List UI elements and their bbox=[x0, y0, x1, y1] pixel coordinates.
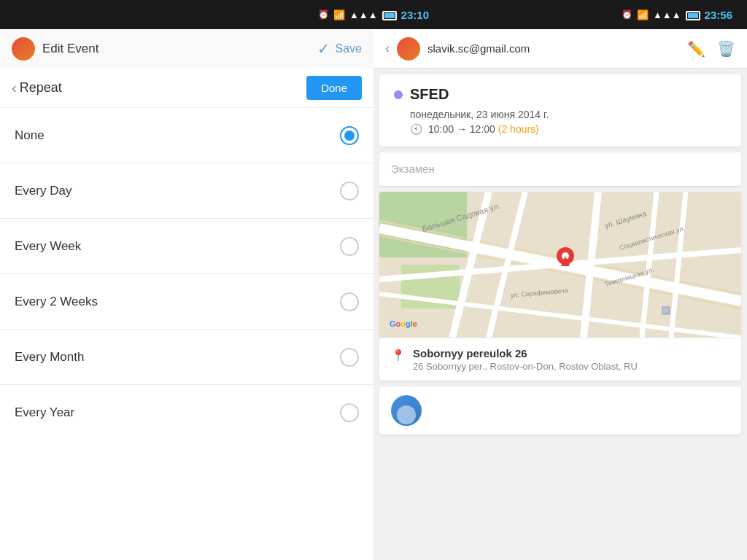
option-none-label: None bbox=[15, 128, 44, 143]
repeat-option-every-2-weeks[interactable]: Every 2 Weeks bbox=[0, 274, 374, 330]
repeat-option-every-day[interactable]: Every Day bbox=[0, 163, 374, 219]
option-every-2-weeks-label: Every 2 Weeks bbox=[15, 295, 98, 309]
edit-event-title: Edit Event bbox=[42, 42, 99, 56]
option-every-month-label: Every Month bbox=[15, 350, 84, 365]
location-pin-icon: 📍 bbox=[391, 349, 406, 362]
radio-every-2-weeks[interactable] bbox=[340, 292, 359, 311]
clock-icon-right: ⏰ bbox=[622, 9, 632, 20]
repeat-options-list: None Every Day Every Week Eve bbox=[0, 108, 374, 440]
radio-none-fill bbox=[344, 131, 355, 141]
repeat-back[interactable]: ‹ Repeat bbox=[12, 79, 62, 96]
event-time-row: 🕙 10:00 → 12:00 (2 hours) bbox=[394, 123, 729, 135]
option-every-year-label: Every Year bbox=[15, 405, 74, 420]
location-details: Sobornyy pereulok 26 26 Sobornyy per., R… bbox=[413, 347, 638, 372]
notes-text: Экзамен bbox=[391, 163, 435, 175]
event-time-end: 12:00 bbox=[470, 123, 495, 135]
event-clock-icon: 🕙 bbox=[410, 123, 422, 135]
time-right: 23:56 bbox=[705, 9, 732, 21]
repeat-option-every-month[interactable]: Every Month bbox=[0, 330, 374, 385]
battery-icon-right bbox=[686, 9, 700, 20]
arrow-icon: → bbox=[457, 123, 470, 135]
edit-event-right[interactable]: ✓ Save bbox=[317, 40, 362, 58]
radio-every-year[interactable] bbox=[340, 403, 359, 422]
radio-every-day[interactable] bbox=[340, 182, 359, 201]
right-panel: ‹ slavik.sc@gmail.com ✏️ 🗑️ SFED понедел… bbox=[374, 29, 747, 560]
repeat-title: Repeat bbox=[20, 80, 62, 96]
location-card: 📍 Sobornyy pereulok 26 26 Sobornyy per.,… bbox=[379, 338, 741, 381]
event-time: 10:00 → 12:00 (2 hours) bbox=[428, 123, 539, 135]
edit-event-left: Edit Event bbox=[12, 37, 99, 61]
pencil-icon[interactable]: ✏️ bbox=[687, 40, 705, 58]
wifi-icon-left: 📶 bbox=[333, 9, 345, 20]
right-email: slavik.sc@gmail.com bbox=[427, 42, 530, 55]
right-top-bar: ‹ slavik.sc@gmail.com ✏️ 🗑️ bbox=[374, 29, 747, 69]
back-chevron-icon: ‹ bbox=[12, 79, 17, 96]
right-back-chevron-icon[interactable]: ‹ bbox=[385, 41, 390, 56]
avatar-card bbox=[379, 386, 741, 435]
event-title-row: SFED bbox=[394, 86, 729, 103]
status-icons-left: ⏰ 📶 ▲▲▲ 23:10 bbox=[318, 9, 429, 21]
event-color-dot bbox=[394, 90, 403, 99]
battery-icon-left bbox=[382, 9, 397, 20]
done-button[interactable]: Done bbox=[306, 76, 362, 100]
repeat-option-every-year[interactable]: Every Year bbox=[0, 385, 374, 440]
checkmark-icon: ✓ bbox=[317, 40, 330, 58]
location-address: 26 Sobornyy per., Rostov-on-Don, Rostov … bbox=[413, 361, 638, 372]
event-card: SFED понедельник, 23 июня 2014 г. 🕙 10:0… bbox=[379, 74, 741, 147]
location-row: 📍 Sobornyy pereulok 26 26 Sobornyy per.,… bbox=[391, 347, 729, 372]
event-duration: (2 hours) bbox=[498, 123, 539, 135]
status-bar-center-left: ⏰ 📶 ▲▲▲ 23:10 bbox=[318, 9, 429, 21]
time-left: 23:10 bbox=[401, 9, 429, 21]
option-every-day-label: Every Day bbox=[15, 184, 71, 198]
left-panel: Edit Event ✓ Save ‹ Repeat Done None bbox=[0, 29, 374, 560]
event-time-start: 10:00 bbox=[428, 123, 454, 135]
save-label[interactable]: Save bbox=[336, 42, 362, 55]
edit-event-bar: Edit Event ✓ Save bbox=[0, 29, 374, 69]
avatar bbox=[12, 37, 35, 61]
svg-text:Google: Google bbox=[390, 319, 417, 328]
radio-every-month[interactable] bbox=[340, 348, 359, 367]
attendee-avatar bbox=[391, 395, 422, 426]
radio-none[interactable] bbox=[340, 126, 359, 145]
event-date: понедельник, 23 июня 2014 г. bbox=[394, 109, 729, 120]
repeat-option-every-week[interactable]: Every Week bbox=[0, 219, 374, 274]
status-bar-right: ⏰ 📶 ▲▲▲ 23:56 bbox=[587, 9, 732, 21]
repeat-option-none[interactable]: None bbox=[0, 108, 374, 163]
right-top-left: ‹ slavik.sc@gmail.com bbox=[385, 37, 530, 61]
location-name: Sobornyy pereulok 26 bbox=[413, 347, 638, 359]
option-every-week-label: Every Week bbox=[15, 239, 81, 254]
map-container[interactable]: Большая Садовая ул. ул. Шаумяна Социалис… bbox=[379, 192, 741, 338]
repeat-header: ‹ Repeat Done bbox=[0, 69, 374, 108]
event-title: SFED bbox=[410, 86, 449, 103]
right-top-right: ✏️ 🗑️ bbox=[687, 40, 735, 58]
signal-icon-left: ▲▲▲ bbox=[349, 9, 378, 20]
map-svg: Большая Садовая ул. ул. Шаумяна Социалис… bbox=[379, 192, 741, 338]
map-card: Большая Садовая ул. ул. Шаумяна Социалис… bbox=[379, 192, 741, 381]
signal-icon-right: ▲▲▲ bbox=[653, 9, 681, 20]
right-avatar bbox=[397, 37, 420, 61]
status-icons-right: ⏰ 📶 ▲▲▲ 23:56 bbox=[622, 9, 732, 21]
status-bar: ⏰ 📶 ▲▲▲ 23:10 ⏰ 📶 ▲▲▲ 23:56 bbox=[0, 0, 747, 29]
trash-icon[interactable]: 🗑️ bbox=[717, 40, 735, 58]
wifi-icon-right: 📶 bbox=[637, 9, 649, 20]
repeat-modal: ‹ Repeat Done None Every Day bbox=[0, 69, 374, 560]
svg-rect-22 bbox=[662, 307, 670, 314]
clock-icon-left: ⏰ bbox=[318, 9, 329, 20]
notes-card: Экзамен bbox=[379, 152, 741, 186]
main-panels: Edit Event ✓ Save ‹ Repeat Done None bbox=[0, 29, 747, 560]
radio-every-week[interactable] bbox=[340, 237, 359, 256]
